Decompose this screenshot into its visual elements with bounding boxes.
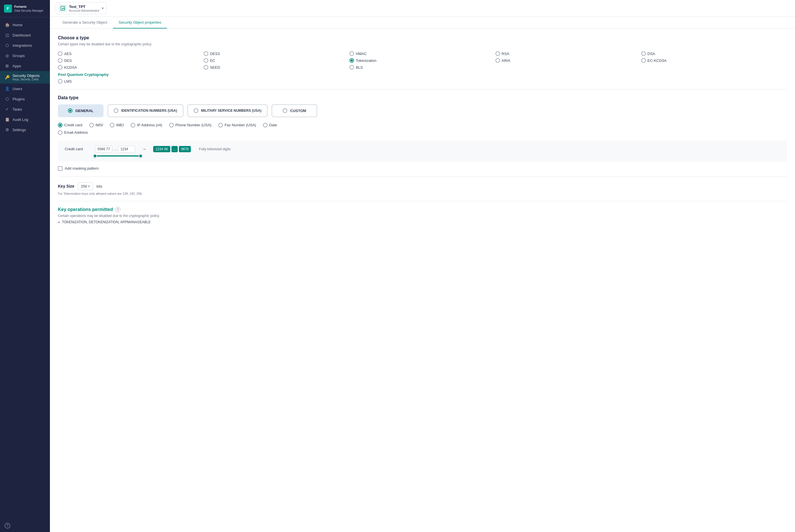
masking-pattern-label: Add masking pattern — [65, 166, 99, 170]
audit-log-icon: 📋 — [4, 117, 10, 122]
radio-circle-rsa — [496, 51, 500, 56]
type-radio-aria[interactable]: ARIA — [496, 58, 641, 63]
sub-radio-date[interactable]: Date — [263, 123, 277, 128]
dashboard-icon: ◫ — [4, 33, 10, 38]
sidebar: F Fortanix Data Security Manager 🏠 Home … — [0, 0, 50, 532]
type-label-kcdsa: KCDSA — [64, 65, 77, 70]
radio-ip-address — [131, 123, 135, 128]
sidebar-item-dashboard[interactable]: ◫ Dashboard — [0, 30, 50, 40]
sidebar-item-groups[interactable]: ◎ Groups — [0, 51, 50, 61]
data-type-card-general[interactable]: GENERAL — [58, 104, 104, 117]
radio-circle-kcdsa — [58, 65, 62, 70]
users-icon: 👤 — [4, 86, 10, 91]
key-ops-help-icon[interactable]: ? — [115, 207, 121, 212]
type-radio-kcdsa[interactable]: KCDSA — [58, 65, 204, 70]
key-size-label: Key Size — [58, 184, 74, 188]
sidebar-item-tasks[interactable]: ✓ Tasks — [0, 104, 50, 114]
sidebar-help[interactable]: ? — [0, 519, 50, 532]
choose-type-title: Choose a type — [58, 35, 787, 40]
sidebar-item-label: Audit Log — [13, 117, 28, 122]
sidebar-item-audit-log[interactable]: 📋 Audit Log — [0, 114, 50, 125]
sidebar-item-home[interactable]: 🏠 Home — [0, 20, 50, 30]
sub-radio-phone-number[interactable]: Phone Number (USA) — [169, 123, 211, 128]
masking-pattern-checkbox[interactable] — [58, 166, 62, 171]
divider-2 — [58, 176, 787, 177]
data-type-label-custom: CUSTOM — [290, 109, 306, 113]
type-radio-des[interactable]: DES — [58, 58, 204, 63]
sidebar-item-integrations[interactable]: ⬡ Integrations — [0, 40, 50, 51]
sub-radio-imei[interactable]: IMEI — [110, 123, 124, 128]
tab-properties[interactable]: Security Object properties — [113, 17, 167, 28]
sub-radio-label-credit-card: Credit card — [64, 123, 82, 127]
type-radio-hmac[interactable]: HMAC — [349, 51, 495, 56]
sub-radio-fax-number[interactable]: Fax Number (USA) — [218, 123, 256, 128]
type-radio-ec-kcdsa[interactable]: EC-KCDSA — [641, 58, 787, 63]
account-info: Test_TPT Account Administrator — [69, 4, 99, 12]
data-type-card-identification[interactable]: IDENTIFICATION NUMBERS (USA) — [108, 104, 183, 117]
sidebar-item-label: Home — [13, 23, 22, 27]
sub-radio-imsi[interactable]: IMSI — [89, 123, 103, 128]
data-type-cards: GENERAL IDENTIFICATION NUMBERS (USA) MIL… — [58, 104, 787, 117]
sidebar-item-users[interactable]: 👤 Users — [0, 83, 50, 94]
cc-slider-thumb-right[interactable] — [138, 154, 143, 158]
type-radio-tokenization[interactable]: Tokenization — [349, 58, 495, 63]
type-radio-des3[interactable]: DES3 — [204, 51, 349, 56]
tab-generate[interactable]: Generate a Security Object — [57, 17, 113, 28]
radio-credit-card — [58, 123, 62, 128]
type-radio-seed[interactable]: SEED — [204, 65, 349, 70]
masking-pattern-row: Add masking pattern — [58, 166, 787, 171]
type-label-seed: SEED — [210, 65, 220, 70]
type-radio-aes[interactable]: AES — [58, 51, 204, 56]
cc-slider-track[interactable] — [95, 155, 141, 156]
sidebar-item-label: Plugins — [13, 97, 25, 101]
sidebar-item-label: Integrations — [13, 43, 32, 48]
sub-radio-email[interactable]: Email Address — [58, 130, 787, 135]
sub-radio-ip-address[interactable]: IP Address (v4) — [131, 123, 162, 128]
type-radio-bls[interactable]: BLS — [349, 65, 495, 70]
key-size-row: Key Size 256 ▾ bits — [58, 183, 787, 190]
sidebar-item-label: Users — [13, 87, 22, 91]
cc-slider-thumb-left[interactable] — [93, 154, 97, 158]
data-type-card-custom[interactable]: CUSTOM — [272, 104, 317, 117]
pqc-label: Post Quantum Cryptography — [58, 72, 787, 77]
account-icon — [59, 4, 67, 12]
sidebar-nav: 🏠 Home ◫ Dashboard ⬡ Integrations ◎ Grou… — [0, 17, 50, 519]
type-label-rsa: RSA — [502, 52, 510, 56]
key-size-select[interactable]: 256 ▾ — [78, 183, 93, 190]
data-type-label-general: GENERAL — [75, 109, 94, 113]
sidebar-item-apps[interactable]: ⊞ Apps — [0, 61, 50, 71]
sub-radio-label-phone-number: Phone Number (USA) — [175, 123, 211, 127]
data-type-card-military[interactable]: MILITARY SERVICE NUMBERS (USA) — [187, 104, 268, 117]
account-selector[interactable]: Test_TPT Account Administrator ▾ — [56, 2, 107, 14]
radio-custom — [283, 108, 287, 113]
type-label-des: DES — [64, 58, 72, 63]
type-radio-rsa[interactable]: RSA — [496, 51, 641, 56]
radio-circle-ec — [204, 58, 208, 63]
divider-3 — [58, 201, 787, 201]
type-radio-ec[interactable]: EC — [204, 58, 349, 63]
sidebar-item-plugins[interactable]: ⬡ Plugins — [0, 94, 50, 104]
radio-circle-tokenization — [349, 58, 354, 63]
type-label-hmac: HMAC — [356, 52, 367, 56]
cc-input-group: 5566 77 ... 1234 — [95, 146, 135, 153]
radio-circle-seed — [204, 65, 208, 70]
type-label-des3: DES3 — [210, 52, 220, 56]
sidebar-item-security-objects[interactable]: 🔑 Security Objects Keys, Secrets, Certs — [0, 71, 50, 83]
tabs-row: Generate a Security Object Security Obje… — [50, 17, 795, 28]
sidebar-item-settings[interactable]: ⚙ Settings — [0, 125, 50, 135]
cc-token-box-2: 9876 — [179, 146, 191, 152]
type-label-tokenization: Tokenization — [356, 58, 376, 63]
type-label-aes: AES — [64, 52, 72, 56]
sub-radio-credit-card[interactable]: Credit card — [58, 123, 82, 128]
tasks-icon: ✓ — [4, 107, 10, 112]
sidebar-item-label: Settings — [13, 128, 26, 132]
choose-type-subtitle: Certain types may be disabled due to the… — [58, 42, 787, 46]
home-icon: 🏠 — [4, 22, 10, 27]
radio-circle-aes — [58, 51, 62, 56]
type-radio-dsa[interactable]: DSA — [641, 51, 787, 56]
data-type-title: Data type — [58, 95, 787, 100]
credit-card-preview-area: Credit card 5566 77 ... 1234 → 1234 96 .… — [58, 140, 787, 162]
type-radio-lms[interactable]: LMS — [58, 79, 787, 83]
sidebar-item-label: Tasks — [13, 107, 22, 112]
radio-circle-aria — [496, 58, 500, 63]
